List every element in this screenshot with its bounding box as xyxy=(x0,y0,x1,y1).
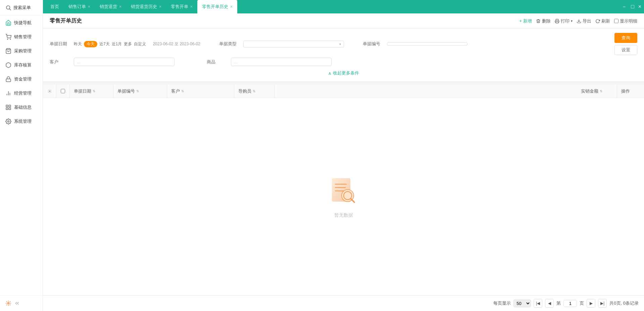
shortcut-1month[interactable]: 近1月 xyxy=(112,41,122,47)
shortcut-more[interactable]: 更多 xyxy=(124,41,132,47)
close-btn[interactable]: × xyxy=(638,4,641,10)
th-client[interactable]: 客户 ⇅ xyxy=(167,85,234,98)
column-settings-icon[interactable] xyxy=(47,89,52,94)
display-detail-checkbox[interactable] xyxy=(614,19,618,23)
th-guide[interactable]: 导购员 ⇅ xyxy=(234,85,275,98)
svg-point-13 xyxy=(8,121,9,122)
prev-page-btn[interactable]: ◀ xyxy=(545,299,554,308)
sidebar-item-label: 基础信息 xyxy=(14,104,32,110)
sidebar: 搜索采单 快捷导航 销售管理 采购管理 库存核算 资金管理 经营管理 基础信息 … xyxy=(0,0,43,311)
page-label: 页 xyxy=(580,300,584,306)
tab-sales-return[interactable]: 销货退货 × xyxy=(95,0,126,13)
doc-type-select[interactable]: ▾ xyxy=(243,41,344,48)
sidebar-search[interactable]: 搜索采单 xyxy=(0,0,43,16)
sidebar-search-label: 搜索采单 xyxy=(13,5,31,11)
goods-input[interactable]: ... xyxy=(231,58,332,66)
th-checkbox[interactable] xyxy=(56,85,70,98)
print-button[interactable]: 打印 ▾ xyxy=(555,18,573,24)
page-label-before: 第 xyxy=(556,300,561,306)
tab-close-sales-order[interactable]: × xyxy=(88,4,90,9)
settings-icon xyxy=(5,118,11,124)
th-amount[interactable]: 实销金额 ⇅ xyxy=(577,85,617,98)
th-date[interactable]: 单据日期 ⇅ xyxy=(70,85,113,98)
last-page-btn[interactable]: ▶| xyxy=(598,299,607,308)
svg-rect-5 xyxy=(6,79,11,82)
tab-retail-open-history[interactable]: 零售开单历史 × xyxy=(197,0,237,13)
sidebar-item-operations[interactable]: 经营管理 xyxy=(0,86,43,100)
shortcut-yesterday[interactable]: 昨天 xyxy=(74,41,82,47)
sidebar-item-basic[interactable]: 基础信息 xyxy=(0,100,43,114)
svg-rect-9 xyxy=(6,105,8,107)
sidebar-item-purchase[interactable]: 采购管理 xyxy=(0,44,43,58)
empty-illustration xyxy=(327,175,360,208)
sidebar-item-label: 销售管理 xyxy=(14,34,32,40)
cart-icon xyxy=(5,34,11,40)
empty-text: 暂无数据 xyxy=(334,212,353,218)
per-page-select[interactable]: 50 10 20 100 xyxy=(513,300,531,307)
shortcut-custom[interactable]: 自定义 xyxy=(134,41,146,47)
first-page-btn[interactable]: |◀ xyxy=(534,299,542,308)
filter-area: 单据日期 昨天 今天 近7天 近1月 更多 自定义 2023-06-02 至 2… xyxy=(43,29,644,82)
sidebar-item-label: 经营管理 xyxy=(14,90,32,96)
query-button[interactable]: 查询 xyxy=(614,33,637,43)
add-button[interactable]: + 新增 xyxy=(519,18,532,24)
refresh-icon xyxy=(595,19,600,23)
collapse-button[interactable]: ∧ 收起更多条件 xyxy=(326,69,362,77)
sidebar-item-label: 库存核算 xyxy=(14,62,32,68)
doc-num-input[interactable] xyxy=(387,42,467,46)
next-page-btn[interactable]: ▶ xyxy=(587,299,595,308)
search-icon xyxy=(5,5,11,11)
trash-icon xyxy=(536,19,541,23)
lock-icon xyxy=(5,76,11,82)
select-all-checkbox[interactable] xyxy=(61,89,65,93)
th-gear[interactable] xyxy=(43,85,56,98)
action-buttons: 查询 设置 xyxy=(614,33,637,55)
page-number-input[interactable] xyxy=(563,300,577,307)
sidebar-item-inventory[interactable]: 库存核算 xyxy=(0,58,43,72)
table-header: 单据日期 ⇅ 单据编号 ⇅ 客户 ⇅ 导购员 ⇅ 实销金额 xyxy=(43,85,644,98)
settings-button[interactable]: 设置 xyxy=(614,45,637,55)
svg-line-1 xyxy=(9,9,11,10)
shortcut-today[interactable]: 今天 xyxy=(84,41,97,47)
table-area: 单据日期 ⇅ 单据编号 ⇅ 客户 ⇅ 导购员 ⇅ 实销金额 xyxy=(43,85,644,311)
tab-sales-order[interactable]: 销售订单 × xyxy=(64,0,95,13)
client-label: 客户 xyxy=(50,59,68,65)
page-header: 零售开单历史 + 新增 删除 打印 ▾ 导出 xyxy=(43,13,644,29)
export-button[interactable]: 导出 xyxy=(577,18,591,24)
sidebar-item-quick-nav[interactable]: 快捷导航 xyxy=(0,16,43,30)
svg-rect-10 xyxy=(9,105,11,107)
tab-home[interactable]: 首页 xyxy=(46,0,64,13)
svg-point-2 xyxy=(7,39,8,40)
sidebar-item-sales[interactable]: 销售管理 xyxy=(0,30,43,44)
chevron-up-icon: ∧ xyxy=(328,71,332,76)
shortcut-7days[interactable]: 近7天 xyxy=(99,41,110,47)
minimize-btn[interactable]: － xyxy=(622,3,627,10)
sort-guide-icon: ⇅ xyxy=(253,89,255,93)
sort-amount-icon: ⇅ xyxy=(600,89,602,93)
svg-rect-15 xyxy=(556,21,558,23)
sidebar-item-label: 快捷导航 xyxy=(14,20,32,26)
sidebar-item-finance[interactable]: 资金管理 xyxy=(0,72,43,86)
th-num[interactable]: 单据编号 ⇅ xyxy=(113,85,167,98)
tab-retail-open[interactable]: 零售开单 × xyxy=(166,0,197,13)
client-input[interactable]: ... xyxy=(74,58,175,66)
gear-bottom-icon[interactable] xyxy=(5,300,11,306)
collapse-sidebar-icon[interactable] xyxy=(14,300,20,306)
box-icon xyxy=(5,62,11,68)
tab-close-retail-open-history[interactable]: × xyxy=(230,4,233,9)
tabs-bar: 首页 销售订单 × 销货退货 × 销货退货历史 × 零售开单 × 零售开单历史 … xyxy=(43,0,644,13)
tab-sales-return-history[interactable]: 销货退货历史 × xyxy=(126,0,166,13)
delete-button[interactable]: 删除 xyxy=(536,18,551,24)
svg-rect-12 xyxy=(6,108,8,110)
sidebar-item-system[interactable]: 系统管理 xyxy=(0,114,43,128)
display-detail-toggle[interactable]: 显示明细 xyxy=(614,18,637,24)
sidebar-item-label: 系统管理 xyxy=(14,118,32,124)
filter-row-2: 客户 ... 商品 ... xyxy=(50,58,637,66)
tab-close-retail-open[interactable]: × xyxy=(190,4,193,9)
maximize-btn[interactable]: □ xyxy=(631,4,634,10)
refresh-button[interactable]: 刷新 xyxy=(595,18,610,24)
content-area: 零售开单历史 + 新增 删除 打印 ▾ 导出 xyxy=(43,13,644,311)
tab-close-sales-return[interactable]: × xyxy=(119,4,121,9)
tab-close-sales-return-history[interactable]: × xyxy=(159,4,161,9)
print-dropdown-icon[interactable]: ▾ xyxy=(571,19,573,23)
